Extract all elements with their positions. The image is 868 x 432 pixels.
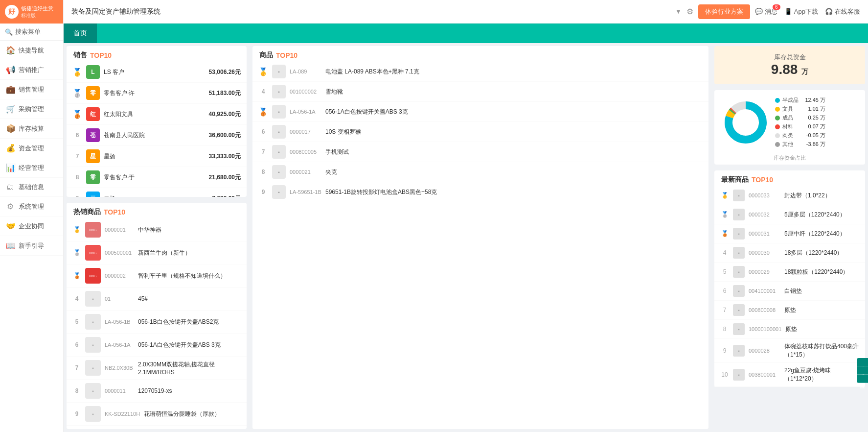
table-row: 🥉 ▪ LA-056-1A 056-1A白色按键开关盖ABS 3克 — [252, 102, 708, 122]
sidebar-item-guide[interactable]: 📖 新手引导 — [0, 236, 63, 256]
guide-icon: 📖 — [6, 241, 15, 250]
list-item: 7 ▪ 000800008 原垫 — [714, 301, 865, 320]
customer-rank-header: 销售 TOP10 — [67, 46, 247, 62]
enterprise-icon: 🤝 — [6, 221, 15, 231]
product-placeholder: ▪ — [733, 323, 745, 335]
medal-icon: 🥈 — [72, 89, 82, 98]
legend-dot — [775, 116, 780, 120]
avatar: 红 — [86, 107, 100, 121]
right-panel: 库存总资金 9.88 万 — [711, 43, 868, 432]
hot-products-header: 热销商品 TOP10 — [67, 203, 247, 218]
search-menu[interactable]: 🔍 搜索菜单 — [0, 24, 63, 41]
home-icon: 🏠 — [6, 46, 15, 55]
legend-dot — [775, 98, 780, 103]
sidebar-item-finance[interactable]: 💰 资金管理 — [0, 139, 63, 158]
legend-dot — [775, 124, 780, 129]
sidebar-item-basics[interactable]: 🗂 基础信息 — [0, 178, 63, 197]
product-placeholder: ▪ — [733, 228, 745, 240]
product-placeholder: ▪ — [272, 65, 286, 78]
table-row: 6 ▪ 0000017 10S 变相罗猴 — [252, 122, 708, 142]
tabbar: 首页 — [64, 24, 868, 43]
system-icon: ⚙ — [6, 202, 15, 211]
sidebar-item-operations[interactable]: 📊 经营管理 — [0, 158, 63, 178]
sidebar-item-sales[interactable]: 💼 销售管理 — [0, 80, 63, 99]
sidebar-item-system[interactable]: ⚙ 系统管理 — [0, 197, 63, 216]
stock-unit: 万 — [801, 68, 808, 75]
list-item: 4 ▪ 01 45# — [67, 288, 247, 311]
medal-icon: 🥉 — [258, 107, 268, 117]
left-panel: 销售 TOP10 🥇 L LS 客户 53,006.26元 🥈 零 零售客户·许 — [64, 43, 250, 432]
avatar: 苍 — [86, 128, 100, 142]
list-item: 🥈 IMG 000500001 新西兰牛肉（新牛） — [67, 241, 247, 264]
sidebar-item-navigation[interactable]: 🏠 快捷导航 — [0, 41, 63, 60]
list-item: 8 ▪ 0000011 12070519-xs — [67, 380, 247, 403]
legend-item: 成品 0.25 万 — [775, 114, 825, 121]
product-placeholder: ▪ — [272, 85, 286, 98]
avatar: 云 — [86, 192, 100, 197]
logo-text: 畅捷通好生意 标准版 — [21, 5, 53, 18]
sidebar-item-marketing[interactable]: 📢 营销推广 — [0, 60, 63, 80]
product-rank-list: 🥇 ▪ LA-089 电池盖 LA-089 ABS本色+黑种 7.1克 4 ▪ … — [252, 62, 708, 204]
tab-home[interactable]: 首页 — [64, 24, 97, 43]
stock-value: 9.88 万 — [721, 62, 858, 77]
list-item: 9 ▪ 0000028 体碗荔枝味苏打饮品400毫升（1*15） — [714, 339, 865, 363]
stock-chart-card: 半成品 12.45 万 文具 1.01 万 成品 0.25 万 — [714, 90, 865, 165]
settings-icon[interactable]: ⚙ — [686, 7, 693, 16]
stock-footer: 库存资金占比 — [714, 154, 865, 165]
donut-legend: 半成品 12.45 万 文具 1.01 万 成品 0.25 万 — [775, 95, 825, 149]
table-row: 7 ▪ 000800005 手机测试 — [252, 142, 708, 162]
list-item: 7 ▪ NB2.0X30B 2.0X30MM双搓花轴,搓花直径2.1MM/ROH… — [67, 357, 247, 380]
live-button[interactable]: 直播 — [857, 375, 868, 383]
donut-chart — [721, 98, 770, 147]
inventory-icon: 📦 — [6, 124, 15, 133]
product-placeholder: ▪ — [85, 291, 101, 307]
legend-item: 半成品 12.45 万 — [775, 96, 825, 104]
stock-title: 库存总资金 — [721, 53, 858, 62]
product-placeholder: ▪ — [272, 105, 286, 119]
new-products-list: 🥇 ▪ 0000033 封边带（1.0*22） 🥈 ▪ 0000032 5厘多层… — [714, 186, 865, 387]
table-row: 4 ▪ 001000002 雪地靴 — [252, 82, 708, 102]
product-placeholder: ▪ — [733, 369, 745, 381]
customer-rank-list: 🥇 L LS 客户 53,006.26元 🥈 零 零售客户·许 51,183.0… — [67, 62, 247, 197]
community-button[interactable]: 服务社区 — [857, 366, 868, 375]
trial-button[interactable]: 体验行业方案 — [698, 4, 750, 19]
sidebar-item-inventory[interactable]: 📦 库存核算 — [0, 119, 63, 139]
sidebar-item-enterprise[interactable]: 🤝 企业协同 — [0, 216, 63, 236]
sidebar-item-purchase[interactable]: 🛒 采购管理 — [0, 99, 63, 119]
new-products-card: 最新商品 TOP10 🥇 ▪ 0000033 封边带（1.0*22） 🥈 ▪ 0… — [714, 170, 865, 387]
list-item: 4 ▪ 0000030 18多层（1220*2440） — [714, 243, 865, 263]
purchase-icon: 🛒 — [6, 104, 15, 114]
online-service-button[interactable]: 🎧 在线客服 — [825, 7, 860, 16]
product-placeholder: ▪ — [272, 185, 286, 199]
content: 销售 TOP10 🥇 L LS 客户 53,006.26元 🥈 零 零售客户·许 — [64, 43, 868, 432]
customer-service-button[interactable]: 客服热线 — [857, 358, 868, 366]
marketing-icon: 📢 — [6, 65, 15, 74]
product-rank-header: 商品 TOP10 — [252, 46, 708, 62]
product-placeholder: ▪ — [733, 190, 745, 201]
table-row: 🥇 L LS 客户 53,006.26元 — [67, 62, 247, 83]
app-download-button[interactable]: 📱 App下载 — [784, 7, 818, 16]
list-item: 5 ▪ LA-056-1B 056-1B白色按键开关盖ABS2克 — [67, 311, 247, 334]
table-row: 9 ▪ LA-59651-1B 59651-1B旋转投影灯电池盒ABS黑色+58… — [252, 182, 708, 202]
list-item: 5 ▪ 0000029 18颗粒板（1220*2440） — [714, 263, 865, 282]
table-row: 8 ▪ 0000021 夹克 — [252, 162, 708, 182]
legend-item: 材料 0.07 万 — [775, 123, 825, 130]
product-placeholder: ▪ — [733, 247, 745, 259]
donut-container: 半成品 12.45 万 文具 1.01 万 成品 0.25 万 — [714, 90, 865, 154]
list-item: 6 ▪ LA-056-1A 056-1A白色按键开关盖ABS 3克 — [67, 334, 247, 357]
legend-dot — [775, 107, 780, 112]
customer-rank-card: 销售 TOP10 🥇 L LS 客户 53,006.26元 🥈 零 零售客户·许 — [67, 46, 247, 197]
list-item: 8 ▪ 10000100001 原垫 — [714, 320, 865, 339]
search-icon: 🔍 — [5, 28, 13, 36]
dropdown-icon[interactable]: ▼ — [675, 8, 682, 15]
mid-panel: 商品 TOP10 🥇 ▪ LA-089 电池盖 LA-089 ABS本色+黑种 … — [250, 43, 711, 432]
service-icon: 🎧 — [825, 8, 833, 15]
sidebar-logo: 好 畅捷通好生意 标准版 — [0, 0, 63, 24]
list-item: 🥉 IMG 0000002 智利车子里（规格不知道填什么） — [67, 264, 247, 288]
topbar-actions: 💬 消息 6 📱 App下载 🎧 在线客服 — [755, 7, 860, 16]
list-item: 🥇 ▪ 0000033 封边带（1.0*22） — [714, 186, 865, 205]
product-placeholder: ▪ — [85, 406, 101, 422]
sales-icon: 💼 — [6, 85, 15, 94]
legend-item: 文具 1.01 万 — [775, 105, 825, 113]
messages-button[interactable]: 💬 消息 6 — [755, 7, 777, 16]
